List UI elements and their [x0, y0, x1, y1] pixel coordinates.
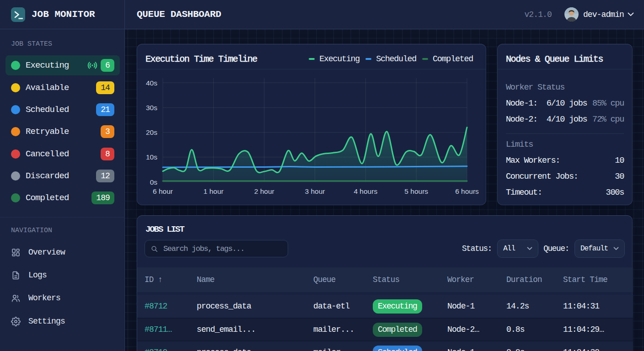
svg-text:5 hours: 5 hours	[404, 187, 428, 195]
svg-text:20s: 20s	[146, 128, 157, 136]
svg-text:0s: 0s	[150, 178, 158, 186]
svg-text:30s: 30s	[146, 104, 157, 112]
svg-text:3 hour: 3 hour	[305, 187, 325, 195]
svg-text:6 hours: 6 hours	[455, 187, 479, 195]
svg-text:2 hour: 2 hour	[254, 187, 274, 195]
svg-text:10s: 10s	[146, 153, 157, 161]
svg-text:1 hour: 1 hour	[204, 187, 224, 195]
svg-text:4 hours: 4 hours	[354, 187, 377, 195]
svg-text:40s: 40s	[146, 79, 157, 87]
svg-text:6 hour: 6 hour	[153, 187, 173, 195]
